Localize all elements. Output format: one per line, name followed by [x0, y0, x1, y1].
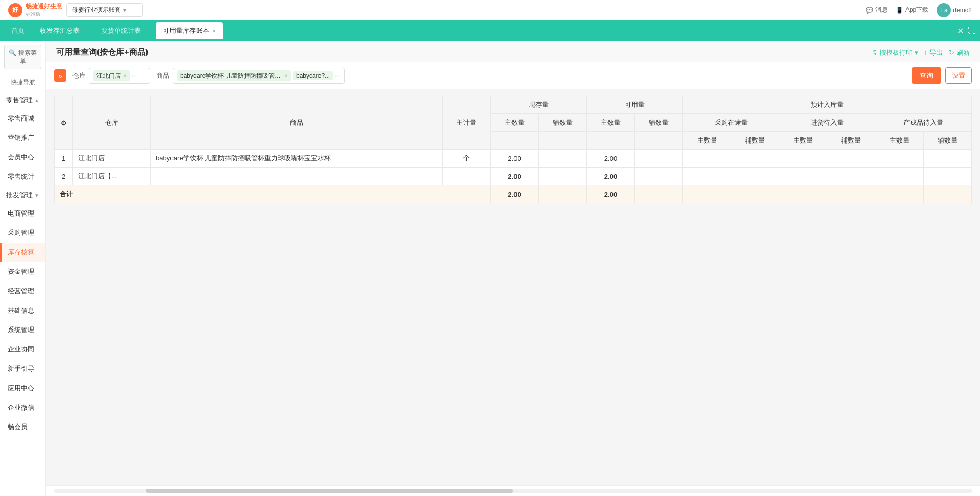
th-purchase-transit: 采购在途量: [683, 114, 779, 132]
sidebar-item-member2[interactable]: 畅会员: [0, 417, 45, 437]
sidebar-item-operation[interactable]: 经营管理: [0, 281, 45, 301]
sidebar-item-member[interactable]: 会员中心: [0, 148, 45, 167]
sidebar-item-retail-mall[interactable]: 零售商城: [0, 109, 45, 128]
operation-label: 经营管理: [8, 287, 34, 296]
row2-product: [151, 168, 443, 185]
sidebar-item-purchase[interactable]: 采购管理: [0, 223, 45, 243]
row1-stock-aux: [538, 150, 586, 168]
warehouse-input[interactable]: 江北门店 × ···: [89, 68, 150, 84]
sidebar-item-wholesale-mgmt[interactable]: 批发管理 ▼: [0, 186, 45, 204]
sidebar-item-enterprise[interactable]: 企业协同: [0, 340, 45, 359]
product-more-icon[interactable]: ···: [335, 72, 340, 79]
enterprise-label: 企业协同: [8, 345, 34, 354]
sidebar-item-inventory[interactable]: 库存核算: [0, 243, 45, 262]
th-product-aux: 辅数量: [923, 132, 971, 150]
total-product-aux: [923, 185, 971, 203]
logo-main-text: 畅捷通好生意: [26, 2, 62, 11]
total-incoming-main: [779, 185, 827, 203]
user-area[interactable]: Ea demo2: [937, 3, 972, 17]
th-incoming-pending: 进货待入量: [779, 114, 875, 132]
nav-expand-btn[interactable]: ⛶: [968, 26, 976, 36]
sidebar-item-finance[interactable]: 资金管理: [0, 262, 45, 281]
message-btn[interactable]: 💬 消息: [866, 6, 888, 14]
total-incoming-aux: [827, 185, 875, 203]
tab-order[interactable]: 要货单统计表 ×: [94, 22, 154, 39]
th-avail-main2: [586, 132, 634, 150]
nav-close-btn[interactable]: ✕: [957, 26, 964, 36]
tab-income-label: 收发存汇总表: [40, 26, 80, 35]
nav-tabs: 首页 收发存汇总表 × 要货单统计表 × 可用量库存账本 × ✕ ⛶: [0, 20, 980, 41]
row1-stock-main: 2.00: [491, 150, 538, 168]
table-container: ⚙ 仓库 商品 主计量 现存量 可用量 预计入库量 主数量 辅数量 主数量 辅数…: [46, 89, 980, 485]
sidebar-item-appcenter[interactable]: 应用中心: [0, 379, 45, 398]
row1-warehouse: 江北门店: [73, 150, 151, 168]
th-stock-aux: 辅数量: [538, 114, 586, 132]
total-label: 合计: [55, 185, 491, 203]
row1-unit: 个: [443, 150, 491, 168]
template-print-label: 按模板打印: [879, 48, 913, 57]
basic-label: 基础信息: [8, 306, 34, 315]
finance-label: 资金管理: [8, 267, 34, 276]
tab-available[interactable]: 可用量库存账本 ×: [156, 22, 223, 39]
close-order-icon[interactable]: ×: [144, 28, 147, 34]
total-product-main: [875, 185, 923, 203]
refresh-btn[interactable]: ↻ 刷新: [949, 48, 970, 57]
settings-button[interactable]: 设置: [945, 67, 972, 84]
template-print-btn[interactable]: 🖨 按模板打印 ▾: [871, 48, 918, 57]
product-input[interactable]: babycare学饮杯 儿童防摔防撞吸管杯重力球吸嘴杯宝宝水杯 × babyca…: [173, 68, 345, 84]
row1-incoming-aux: [827, 150, 875, 168]
sidebar-item-newguide[interactable]: 新手引导: [0, 359, 45, 379]
sidebar-item-retail-stats[interactable]: 零售统计: [0, 167, 45, 186]
tab-available-label: 可用量库存账本: [163, 26, 209, 35]
close-income-icon[interactable]: ×: [83, 28, 86, 34]
row2-avail-aux: [635, 168, 683, 185]
export-icon: ↑: [924, 49, 928, 56]
data-table: ⚙ 仓库 商品 主计量 现存量 可用量 预计入库量 主数量 辅数量 主数量 辅数…: [54, 96, 972, 203]
th-current-stock: 现存量: [491, 96, 587, 114]
table-row: 2 江北门店【... 2.00 2.00: [55, 168, 972, 185]
industry-selector[interactable]: 母婴行业演示账套 ▾: [66, 3, 143, 17]
query-button[interactable]: 查询: [912, 67, 941, 84]
row2-avail-main: 2.00: [586, 168, 634, 185]
th-main-unit: 主计量: [443, 96, 491, 150]
th-settings[interactable]: ⚙: [55, 96, 73, 150]
row1-product: babycare学饮杯 儿童防摔防撞吸管杯重力球吸嘴杯宝宝水杯: [151, 150, 443, 168]
sidebar-item-marketing[interactable]: 营销推广: [0, 128, 45, 148]
app-download-btn[interactable]: 📱 App下载: [896, 6, 928, 14]
sidebar-item-basic[interactable]: 基础信息: [0, 301, 45, 320]
horizontal-scrollbar[interactable]: [54, 489, 972, 493]
logo-sub-text: 标准版: [26, 11, 62, 18]
row2-purchase-main: [683, 168, 731, 185]
sidebar-item-retail-mgmt[interactable]: 零售管理 ▲: [0, 91, 45, 109]
row2-incoming-main: [779, 168, 827, 185]
total-row: 合计 2.00 2.00: [55, 185, 972, 203]
product-tag1-close-icon[interactable]: ×: [284, 72, 288, 79]
row1-purchase-aux: [731, 150, 779, 168]
row1-product-main: [875, 150, 923, 168]
app-label: App下载: [905, 6, 928, 14]
tab-home[interactable]: 首页: [4, 22, 32, 39]
filter-expand-btn[interactable]: »: [54, 69, 66, 82]
refresh-icon: ↻: [949, 49, 954, 56]
sidebar-item-system[interactable]: 系统管理: [0, 320, 45, 340]
warehouse-tag-close-icon[interactable]: ×: [123, 72, 127, 79]
sidebar-item-ecommerce[interactable]: 电商管理: [0, 204, 45, 223]
wholesale-mgmt-arrow-icon: ▼: [34, 193, 39, 198]
ecommerce-label: 电商管理: [8, 209, 34, 218]
th-planned-inbound: 预计入库量: [683, 96, 972, 114]
warehouse-more-icon[interactable]: ···: [132, 72, 137, 79]
search-menu-btn[interactable]: 🔍 搜索菜单: [4, 45, 41, 69]
refresh-label: 刷新: [957, 48, 970, 57]
marketing-label: 营销推广: [8, 133, 34, 143]
sidebar-item-quick-nav[interactable]: 快捷导航: [0, 74, 45, 91]
tab-income[interactable]: 收发存汇总表 ×: [33, 22, 93, 39]
expand-icon: »: [58, 72, 62, 80]
top-bar-right: 💬 消息 📱 App下载 Ea demo2: [866, 3, 972, 17]
appcenter-label: 应用中心: [8, 384, 34, 393]
product-label: 商品: [156, 71, 169, 80]
export-btn[interactable]: ↑ 导出: [924, 48, 943, 57]
retail-stats-label: 零售统计: [8, 172, 34, 181]
sidebar-item-weixin[interactable]: 企业微信: [0, 398, 45, 417]
close-available-icon[interactable]: ×: [212, 28, 215, 34]
retail-mgmt-label: 零售管理: [6, 96, 33, 105]
